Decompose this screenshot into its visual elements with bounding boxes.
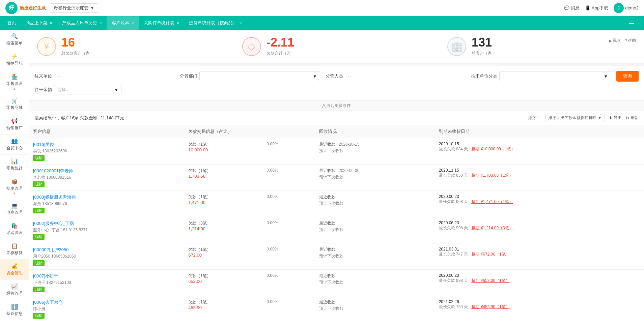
close-icon[interactable]: ✕: [176, 21, 179, 25]
sidebar-item-search[interactable]: 🔍 搜索菜单: [0, 30, 29, 50]
minimize-icon[interactable]: —: [629, 20, 634, 26]
refresh-icon: ↻: [626, 116, 629, 120]
table-row: [000002]用户2050 用户2050 18665062050 现销 欠款（…: [29, 243, 644, 270]
expand-icon[interactable]: ⛶: [637, 20, 641, 26]
collapse-bar[interactable]: ⋀ 收起更多条件: [29, 101, 644, 111]
query-button[interactable]: 查询: [616, 71, 639, 82]
filter-label-danwei: 往来单位: [34, 73, 52, 79]
clipboard-icon: 📋: [11, 243, 18, 249]
app-icon: 📱: [585, 5, 590, 10]
close-icon[interactable]: ✕: [50, 21, 52, 25]
search-icon: 🔍: [11, 33, 18, 39]
customer-tag-6: 现销: [33, 313, 45, 319]
customer-tag-2: 现销: [33, 208, 45, 213]
debt-amount-4[interactable]: 672.00: [188, 253, 256, 258]
sidebar-item-pifa[interactable]: 📦 批发管理 ▼: [0, 175, 29, 199]
filter-item-bumen: 分管部门 ▼: [180, 71, 320, 81]
customer-name-1[interactable]: [0001020001]李老师: [33, 168, 180, 174]
customer-name-6[interactable]: [0006]去下粮仓: [33, 299, 180, 305]
stat-icon-3: 🏢: [447, 37, 466, 56]
debt-amount-1[interactable]: 1,703.68: [188, 174, 256, 179]
table-row: [0007]小进千 小进千 18279152100 现销 欠款（1笔） 652.…: [29, 270, 644, 296]
filter-input-danwei[interactable]: ···: [54, 72, 174, 80]
overdue-days-3: 最长欠款 998 天 超期 ¥1,214.00（3笔）: [439, 225, 640, 231]
sidebar-item-yingxiao[interactable]: 📢 营销推广: [0, 114, 29, 135]
top-bar-right: 💬 消息 📱 App下载 D demo2: [564, 3, 639, 13]
video-link[interactable]: ▶ 视频: [609, 38, 621, 43]
tab-kehu-zhangben[interactable]: 客户账本 ✕: [107, 16, 139, 30]
sidebar-item-xitong[interactable]: ⚙️ 系统管理: [0, 320, 29, 324]
debt-amount-3[interactable]: 1,214.00: [188, 226, 256, 231]
user-menu[interactable]: D demo2: [614, 3, 639, 13]
export-button[interactable]: ⬇ 导出: [609, 115, 622, 121]
debt-amount-0[interactable]: 10,000.00: [188, 147, 256, 152]
sidebar-item-shangcheng[interactable]: 🛒 零售商城: [0, 94, 29, 114]
overdue-link-6[interactable]: 超期 ¥455.90（1笔）: [471, 304, 509, 309]
overdue-link-0[interactable]: 超期 ¥10,000.00（1笔）: [471, 147, 515, 151]
filter-select-yue[interactable]: 选择... ▼: [54, 85, 121, 94]
tab-caigou[interactable]: 采购订单统计表 ✕: [139, 16, 184, 30]
overdue-link-3[interactable]: 超期 ¥1,214.00（3笔）: [471, 226, 513, 230]
message-button[interactable]: 💬 消息: [564, 5, 580, 11]
due-cell-6: 2021.02.26 最长欠款 750 天 超期 ¥455.90（1笔）: [435, 296, 644, 322]
overdue-link-5[interactable]: 超期 ¥652.00（1笔）: [471, 278, 509, 283]
customer-name-0[interactable]: [0016]吴俊: [33, 142, 180, 148]
customer-name-2[interactable]: [0003]畅捷服务尹海燕: [33, 194, 180, 200]
filter-select-fenlei[interactable]: ▼: [499, 71, 611, 81]
sort-select[interactable]: 排序：按欠款金额倒序排序 ▼: [545, 114, 605, 122]
customer-name-5[interactable]: [0007]小进千: [33, 273, 180, 279]
filter-select-bumen[interactable]: ▼: [199, 71, 320, 81]
debt-label-2: 欠款（1笔）: [188, 194, 256, 200]
sidebar-item-lingshou[interactable]: 🏪 零售管理 ▲: [0, 70, 29, 94]
help-link[interactable]: ? 帮助: [625, 38, 636, 43]
avatar: D: [614, 3, 624, 13]
tab-chanpinpin[interactable]: 产成品入库单历史 ✕: [57, 16, 107, 30]
chart-icon: 📊: [11, 158, 18, 165]
filter-input-renyuan[interactable]: ···: [345, 72, 466, 80]
app-download-button[interactable]: 📱 App下载: [585, 5, 608, 11]
store-selector[interactable]: 母婴行业演示账套 ▼: [50, 3, 98, 13]
overdue-link-2[interactable]: 超期 ¥1,471.00（1笔）: [471, 199, 513, 204]
sidebar-item-kucun[interactable]: 📋 库存核算: [0, 239, 29, 260]
customer-cell-5: [0007]小进千 小进千 18279152100 现销: [29, 270, 184, 296]
next-label-4: 预计下次收款: [319, 253, 431, 259]
sidebar-label-pifa: 批发管理: [6, 186, 23, 192]
refresh-button[interactable]: ↻ 刷新: [626, 115, 639, 121]
debt-pct-cell-5: 0.00%: [260, 270, 315, 296]
debt-cell-0: 欠款（1笔） 10,000.00: [184, 138, 260, 165]
debt-amount-2[interactable]: 1,471.00: [188, 200, 256, 205]
close-icon[interactable]: ✕: [131, 21, 134, 25]
overdue-link-4[interactable]: 超期 ¥672.00（1笔）: [471, 252, 509, 257]
tab-jinhuo[interactable]: 进货单统计表（按商品） ✕: [184, 16, 247, 30]
tab-shangpin[interactable]: 商品上下架 ✕: [21, 16, 57, 30]
debt-amount-6[interactable]: 455.90: [188, 305, 256, 310]
due-cell-4: 2021.03.01 最长欠款 747 天 超期 ¥672.00（1笔）: [435, 243, 644, 270]
computer-icon: 💻: [11, 202, 18, 209]
sidebar-item-zijin[interactable]: 💰 资金管理: [0, 260, 29, 280]
filter-item-renyuan: 分管人员 ···: [326, 72, 466, 80]
next-label-3: 预计下次收款: [319, 227, 431, 233]
sidebar-item-lingstats[interactable]: 📊 零售统计: [0, 155, 29, 175]
filter-label-bumen: 分管部门: [180, 73, 197, 79]
customer-cell-1: [0001020001]李老师 李老师 18600391516 现销: [29, 165, 184, 191]
overdue-link-1[interactable]: 超期 ¥1,703.68（1笔）: [471, 173, 513, 178]
debt-label-6: 欠款（1笔）: [188, 299, 256, 305]
customer-contact-6: 陈小册: [33, 306, 180, 312]
sidebar-item-jingying[interactable]: 📈 经营管理: [0, 280, 29, 300]
close-icon[interactable]: ✕: [239, 21, 242, 25]
sidebar-item-jichu[interactable]: ℹ️ 基础信息: [0, 300, 29, 320]
customer-name-4[interactable]: [000002]用户2050: [33, 247, 180, 253]
filter-item-fenlei: 往来单位分类 ▼: [471, 71, 611, 81]
sidebar-item-caigou[interactable]: 🛍️ 采购管理: [0, 219, 29, 239]
sidebar-item-kuaijie[interactable]: ⚡ 快捷导航: [0, 50, 29, 70]
sidebar-item-dianshang[interactable]: 💻 电商管理: [0, 199, 29, 219]
customer-name-3[interactable]: [0002]服务中心_丁磊: [33, 220, 180, 227]
sidebar-item-huiyuan[interactable]: 👥 会员中心: [0, 135, 29, 155]
debt-amount-5[interactable]: 652.00: [188, 279, 256, 284]
message-icon: 💬: [564, 5, 569, 10]
close-icon[interactable]: ✕: [99, 21, 102, 25]
debt-label-5: 欠款（1笔）: [188, 273, 256, 279]
tab-home[interactable]: 首页: [3, 16, 21, 30]
due-date-5: 2020.06.23: [439, 273, 640, 278]
return-label-3: 最近收款: [319, 220, 431, 226]
